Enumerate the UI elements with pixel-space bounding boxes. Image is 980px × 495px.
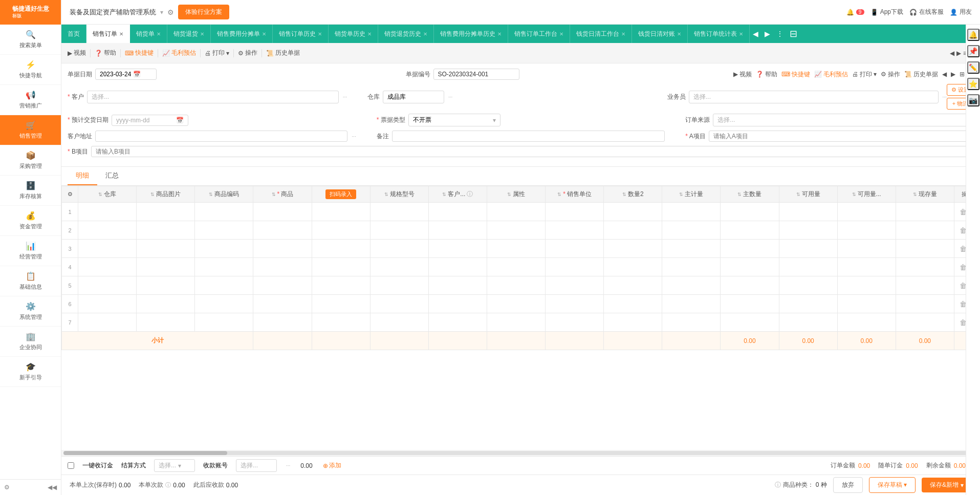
tab-close-icon[interactable]: ✕ <box>119 31 123 37</box>
sidebar-item-system[interactable]: ⚙️ 系统管理 <box>0 296 61 327</box>
cell-main-qty[interactable] <box>721 276 779 295</box>
dropdown-arrow-icon[interactable]: ▾ <box>160 9 163 16</box>
sidebar-item-enterprise[interactable]: 🏢 企业协同 <box>0 327 61 357</box>
sidebar-item-capital[interactable]: 💰 资金管理 <box>0 206 61 236</box>
cell-main-qty[interactable] <box>721 295 779 313</box>
sidebar-collapse-icon[interactable]: ◀◀ <box>48 484 57 491</box>
horizontal-scrollbar[interactable] <box>61 450 980 456</box>
user-button[interactable]: 👤 用友 <box>950 8 972 16</box>
remark-input[interactable] <box>392 131 665 142</box>
cell-attr[interactable] <box>487 258 545 276</box>
cell-spec[interactable] <box>370 203 428 221</box>
invoice-select[interactable]: 不开票 ▾ <box>408 114 500 126</box>
delivery-input[interactable]: yyyy-mm-dd 📅 <box>112 115 188 126</box>
tab-nav-prev[interactable]: ◀ <box>750 30 761 38</box>
tab-close-icon[interactable]: ✕ <box>497 31 502 37</box>
discard-button[interactable]: 放弃 <box>833 477 863 493</box>
tab-close-icon[interactable]: ✕ <box>157 31 161 37</box>
help-btn2[interactable]: ❓ 帮助 <box>756 70 777 79</box>
tab-summary[interactable]: 汇总 <box>97 167 127 185</box>
tab-detail[interactable]: 明细 <box>68 167 97 185</box>
cell-unit[interactable] <box>546 203 604 221</box>
sidebar-item-operations[interactable]: 📊 经营管理 <box>0 236 61 266</box>
cell-qty2[interactable] <box>604 313 662 332</box>
cell-attr[interactable] <box>487 313 545 332</box>
add-button[interactable]: ⊕ 添加 <box>323 461 341 470</box>
cell-main-qty[interactable] <box>721 203 779 221</box>
th-main-qty[interactable]: ⇅ 主数量 <box>721 186 779 203</box>
tab-sales-fee[interactable]: 销售费用分摊单 ✕ <box>211 25 273 43</box>
shortcut-button[interactable]: ⌨ 快捷键 <box>125 49 154 57</box>
cell-warehouse[interactable] <box>78 203 137 221</box>
tab-sales-return[interactable]: 销货退货 ✕ <box>167 25 211 43</box>
receipt-select[interactable]: 选择... <box>236 459 277 472</box>
sidebar-item-purchase[interactable]: 📦 采购管理 <box>0 145 61 176</box>
tab-close-icon[interactable]: ✕ <box>318 31 322 37</box>
cell-code[interactable] <box>195 295 253 313</box>
cell-qty2[interactable] <box>604 276 662 295</box>
cell-unit[interactable] <box>546 313 604 332</box>
th-stock[interactable]: ⇅ 现存量 <box>896 186 954 203</box>
th-unit[interactable]: ⇅ * 销售单位 <box>546 186 604 203</box>
b-project-input[interactable] <box>91 146 974 157</box>
cell-attr[interactable] <box>487 276 545 295</box>
cell-attr[interactable] <box>487 295 545 313</box>
cell-customer-code[interactable] <box>428 313 487 332</box>
sidebar-item-inventory[interactable]: 🗄️ 库存核算 <box>0 176 61 206</box>
cell-goods[interactable] <box>253 240 312 258</box>
tab-more[interactable]: ⋮ <box>773 30 787 38</box>
cell-code[interactable] <box>195 203 253 221</box>
tab-close-icon[interactable]: ✕ <box>262 31 266 37</box>
th-image[interactable]: ⇅ 商品图片 <box>137 186 195 203</box>
cell-spec[interactable] <box>370 221 428 240</box>
cell-qty2[interactable] <box>604 221 662 240</box>
tab-sales-order-history[interactable]: 销售订单历史 ✕ <box>273 25 329 43</box>
address-input[interactable] <box>95 131 347 142</box>
settings-icon[interactable]: ⚙ <box>167 8 174 16</box>
cell-code[interactable] <box>195 258 253 276</box>
cell-spec[interactable] <box>370 258 428 276</box>
cell-main-qty[interactable] <box>721 258 779 276</box>
tab-invoice-history[interactable]: 销货单历史 ✕ <box>329 25 378 43</box>
cell-spec[interactable] <box>370 240 428 258</box>
cell-main-unit[interactable] <box>662 276 721 295</box>
cell-customer-code[interactable] <box>428 295 487 313</box>
solution-button[interactable]: 体验行业方案 <box>178 5 229 19</box>
receipt-ellipsis[interactable]: ··· <box>286 463 290 468</box>
cell-warehouse[interactable] <box>78 221 137 240</box>
th-goods[interactable]: ⇅ * 商品 <box>253 186 312 203</box>
print-btn2[interactable]: 🖨 打印 ▾ <box>852 70 877 79</box>
cell-code[interactable] <box>195 221 253 240</box>
cell-unit[interactable] <box>546 240 604 258</box>
tab-close-icon[interactable]: ✕ <box>559 31 563 37</box>
order-source-select[interactable]: 选择... ▾ <box>713 114 974 126</box>
one-click-checkbox[interactable] <box>68 462 74 469</box>
cell-unit[interactable] <box>546 258 604 276</box>
cell-qty2[interactable] <box>604 240 662 258</box>
tab-home[interactable]: 首页 <box>61 25 86 43</box>
cell-attr[interactable] <box>487 240 545 258</box>
tab-sales-order[interactable]: 销售订单 ✕ <box>86 25 130 43</box>
th-code[interactable]: ⇅ 商品编码 <box>195 186 253 203</box>
scroll-thumb[interactable] <box>63 451 227 455</box>
cell-warehouse[interactable] <box>78 276 137 295</box>
sidebar-item-base-info[interactable]: 📋 基础信息 <box>0 266 61 296</box>
right-icon-edit[interactable]: ✏️ <box>967 61 979 74</box>
tab-layout[interactable]: ⊟ <box>787 28 800 39</box>
right-icon-star[interactable]: ⭐ <box>967 78 979 90</box>
app-download-button[interactable]: 📱 App下载 <box>870 8 903 16</box>
th-customer-code[interactable]: ⇅ 客户... ⓘ <box>428 186 487 203</box>
help-button[interactable]: ❓ 帮助 <box>95 49 116 57</box>
sidebar-item-marketing[interactable]: 📢 营销推广 <box>0 85 61 115</box>
cell-qty2[interactable] <box>604 203 662 221</box>
th-gear[interactable]: ⚙ <box>62 186 78 203</box>
cell-main-unit[interactable] <box>662 258 721 276</box>
cell-main-unit[interactable] <box>662 240 721 258</box>
th-avail[interactable]: ⇅ 可用量 <box>779 186 837 203</box>
customer-select[interactable]: 选择... <box>87 91 339 103</box>
notification-button[interactable]: 🔔 9 <box>846 9 864 16</box>
sidebar-item-search[interactable]: 🔍 搜索菜单 <box>0 25 61 55</box>
nav-prev-button[interactable]: ◀ <box>950 50 954 57</box>
save-draft-button[interactable]: 保存草稿 ▾ <box>869 477 916 493</box>
cell-qty2[interactable] <box>604 295 662 313</box>
